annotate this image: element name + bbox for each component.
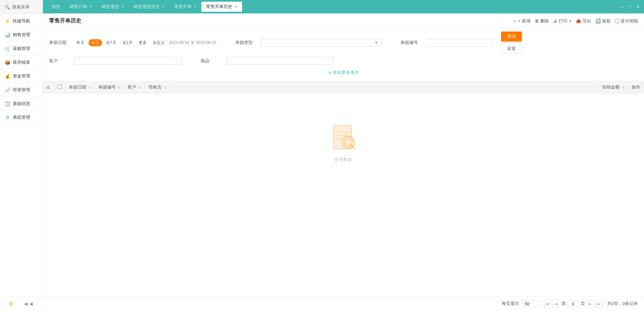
last-month-btn[interactable]: 近1月 [120,39,135,46]
tab-return-history[interactable]: 销货退货历史 ✕ [129,2,169,12]
sidebar-item-label: 资金管理 [13,73,30,79]
basic-info-icon: 📋 [5,101,10,106]
today-btn[interactable]: 今天 [89,39,102,46]
page-prev-btn[interactable]: ◀ [552,300,560,308]
sidebar-item-quick-nav[interactable]: ⚡ 快捷导航 [0,14,43,28]
nav-close-icon[interactable]: ✕ [636,4,640,9]
export-button[interactable]: 📤 导出 [576,18,591,24]
delete-icon: 🗑 [535,18,539,23]
query-button[interactable]: 查询 [501,32,522,42]
custom-date-btn[interactable]: 自定义 [151,39,167,46]
nav-minimize-icon[interactable]: ─ [621,4,624,9]
page-title: 零售开单历史 [49,17,81,24]
th-spacer [170,81,599,94]
select-all-checkbox[interactable] [57,85,62,89]
tab-home-label: 首页 [52,4,60,10]
sidebar-item-system[interactable]: ⚙ 系统管理 [0,111,43,124]
sidebar-item-finance[interactable]: 💰 资金管理 [0,69,43,83]
empty-text: 暂无数据 [335,157,352,163]
collapse-sidebar-icon[interactable]: ◄◄ [23,301,34,307]
print-button[interactable]: 🖨 打印 ▼ [553,18,572,24]
new-button[interactable]: ＋ + 新增 [512,18,531,24]
date-shortcuts: 昨天 今天 近7天 近1月 更多 自定义 2023-06-02 至 2023-0… [75,39,216,46]
th-operation-label: 操作 [632,85,640,90]
sidebar-search[interactable]: 🔍 搜索采单 [0,0,43,14]
tab-home[interactable]: 首页 [47,2,65,12]
sidebar-item-label: 库存核算 [13,59,30,65]
tab-sales-order-label: 销售订单 [70,4,87,10]
doc-type-arrow-icon: ▼ [374,40,379,45]
header-actions: ＋ + 新增 🗑 删除 🖨 打印 ▼ 📤 导出 🔄 [512,18,638,24]
th-doc-date[interactable]: 单据日期 ⇅ [65,81,95,94]
page-last-btn[interactable]: ▶| [596,300,604,308]
content-area: 零售开单历史 ＋ + 新增 🗑 删除 🖨 打印 ▼ 📤 导出 [43,13,644,311]
sidebar-item-sales-mgmt[interactable]: 📊 销售管理 [0,28,43,42]
tab-retail-order-close[interactable]: ✕ [194,5,197,9]
page-nav: |◀ ◀ 第 页 ▶ ▶| [543,300,604,308]
refresh-icon: 🔄 [595,18,601,23]
new-label: + 新增 [518,18,531,24]
page-next-btn[interactable]: ▶ [586,300,594,308]
tab-retail-history-label: 零售开单历史 [206,4,232,10]
page-first-btn[interactable]: |◀ [543,300,551,308]
th-amount[interactable]: 实销金额 ⇅ [599,81,628,94]
print-icon: 🖨 [553,18,557,23]
top-nav: 首页 销售订单 ✕ 销货退货 ✕ 销货退货历史 ✕ 零售开单 ✕ 零售开单历史 … [43,0,644,13]
display-detail-checkbox[interactable]: 显示明细 [615,18,638,24]
nav-maximize-icon[interactable]: □ [629,4,631,9]
refresh-button[interactable]: 🔄 刷新 [595,18,611,24]
sidebar-item-operations[interactable]: 📈 经营管理 [0,83,43,97]
last7days-btn[interactable]: 近7天 [104,39,118,46]
customer-sort-icon: ⇅ [139,86,141,89]
goods-input[interactable]: ··· [226,57,334,65]
sidebar-item-label: 销售管理 [13,32,30,38]
sidebar-item-purchase-mgmt[interactable]: 🛒 采购管理 [0,42,43,56]
th-doc-number[interactable]: 单据编号 ⇅ [95,81,124,94]
tab-retail-order[interactable]: 零售开单 ✕ [169,2,201,12]
doc-type-select[interactable]: ▼ [261,39,382,47]
page-input[interactable] [567,300,579,307]
page-word-pre: 第 [561,301,566,307]
page-size-label: 每页显示 [502,301,519,307]
table-header: ⚙ 单据日期 ⇅ 单据编号 ⇅ [43,81,644,94]
sidebar-search-label: 搜索采单 [12,4,30,10]
settings-bottom-icon[interactable]: ⚙ [9,301,13,307]
purchase-icon: 🛒 [5,46,10,51]
data-table: ⚙ 单据日期 ⇅ 单据编号 ⇅ [43,81,644,190]
tab-retail-history-close[interactable]: ✕ [234,5,237,9]
doc-number-input[interactable] [426,39,493,47]
th-doc-date-label: 单据日期 [69,85,86,90]
finance-icon: 💰 [5,73,10,79]
tab-sales-order[interactable]: 销售订单 ✕ [65,2,97,12]
pagination-bar: 每页显示 50 100 200 |◀ ◀ 第 页 ▶ ▶| 共0页，0条记录 [43,296,644,311]
th-customer[interactable]: 客户 ⇅ [124,81,145,94]
th-guide[interactable]: 导购员 ⇅ [145,81,170,94]
display-detail-check[interactable] [615,19,619,23]
delete-button[interactable]: 🗑 删除 [535,18,549,24]
refresh-label: 刷新 [602,18,611,24]
page-word: 页 [581,301,585,307]
date-filter-label: 单据日期 [49,40,69,46]
doc-number-label: 单据编号 [400,40,420,46]
search-icon: 🔍 [5,5,10,10]
customer-input[interactable]: ··· [75,57,182,65]
tab-sales-order-close[interactable]: ✕ [89,5,92,9]
column-settings-icon[interactable]: ⚙ [46,85,50,90]
more-date-btn[interactable]: 更多 [137,39,149,46]
sidebar-item-basic-info[interactable]: 📋 基础信息 [0,97,43,111]
tab-return-history-close[interactable]: ✕ [162,5,165,9]
yesterday-btn[interactable]: 昨天 [75,39,87,46]
collapse-filter-btn[interactable]: ∧ 收起更多条件 [49,68,638,77]
tab-return-close[interactable]: ✕ [121,5,124,9]
set-button[interactable]: 设置 [501,44,522,54]
collapse-label: 收起更多条件 [333,69,359,75]
tab-retail-history[interactable]: 零售开单历史 ✕ [201,2,242,12]
goods-dots-icon: ··· [327,58,331,63]
tab-return-history-label: 销货退货历史 [134,4,160,10]
page-size-select[interactable]: 50 100 200 [523,300,539,307]
export-label: 导出 [583,18,591,24]
tab-return[interactable]: 销货退货 ✕ [97,2,129,12]
sidebar-item-inventory[interactable]: 📦 库存核算 [0,56,43,69]
th-settings: ⚙ [43,81,54,94]
date-range-display: 2023-06-02 至 2023-06-02 [169,40,216,46]
